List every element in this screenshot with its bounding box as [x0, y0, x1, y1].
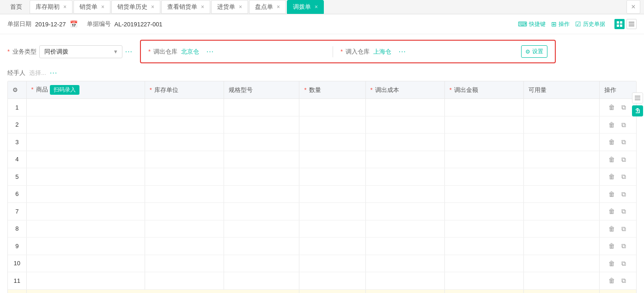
form-body: * 业务类型 同价调拨 ▾ ··· * 调出仓库 北京仓 [0, 34, 644, 293]
tab-close-stocktake[interactable]: × [277, 4, 280, 10]
delete-btn[interactable]: 🗑 [607, 171, 617, 182]
tab-purchase-order[interactable]: 进货单 × [211, 0, 248, 14]
warehouse-in-more-btn[interactable]: ··· [399, 48, 406, 56]
business-type-value: 同价调拨 [44, 48, 68, 56]
row-product[interactable] [26, 116, 145, 134]
copy-btn[interactable]: ⧉ [619, 154, 629, 165]
row-spec [224, 116, 299, 134]
table-row: 2 🗑 ⧉ [8, 116, 636, 134]
row-cost [365, 116, 444, 134]
tab-view-sales[interactable]: 查看销货单 × [161, 0, 210, 14]
row-num: 5 [8, 168, 26, 186]
copy-btn[interactable]: ⧉ [619, 103, 629, 113]
calendar-icon[interactable]: 📅 [70, 20, 78, 28]
tab-inventory-init[interactable]: 库存期初 × [30, 0, 73, 14]
sidebar-list-btn[interactable] [632, 92, 643, 104]
copy-btn[interactable]: ⧉ [619, 137, 629, 147]
row-product[interactable] [26, 272, 145, 290]
subtotal-avail [523, 289, 599, 293]
delete-btn[interactable]: 🗑 [607, 120, 617, 130]
row-product[interactable] [26, 203, 145, 220]
row-product[interactable] [26, 185, 145, 203]
row-product[interactable] [26, 134, 145, 151]
tab-close-sales-order[interactable]: × [101, 4, 104, 10]
delete-btn[interactable]: 🗑 [607, 154, 617, 165]
tab-transfer[interactable]: 调拨单 × [287, 0, 324, 14]
svg-rect-8 [635, 98, 640, 98]
row-available [523, 99, 599, 116]
copy-btn[interactable]: ⧉ [619, 207, 629, 217]
copy-btn[interactable]: ⧉ [619, 276, 629, 286]
history-btn[interactable]: ☑ 历史单据 [575, 20, 605, 28]
person-more-btn[interactable]: ··· [50, 69, 57, 77]
row-product[interactable] [26, 99, 145, 116]
row-num: 6 [8, 185, 26, 203]
operation-btn[interactable]: ⊞ 操作 [551, 20, 570, 28]
delete-btn[interactable]: 🗑 [607, 102, 617, 112]
copy-btn[interactable]: ⧉ [619, 224, 629, 234]
settings-btn[interactable]: ⚙ 设置 [521, 45, 547, 58]
warehouse-out-more-btn[interactable]: ··· [207, 48, 214, 56]
business-type-group: * 业务类型 同价调拨 ▾ ··· [7, 45, 133, 58]
sidebar-export-btn[interactable] [632, 105, 643, 116]
delete-btn[interactable]: 🗑 [607, 241, 617, 251]
row-actions: 🗑 ⧉ [599, 116, 636, 134]
row-product[interactable] [26, 255, 145, 272]
row-actions: 🗑 ⧉ [599, 238, 636, 255]
subtotal-row: 小计 0.00 0.00 0.00 [8, 289, 636, 293]
date-field: 单据日期 2019-12-27 📅 [7, 20, 78, 28]
person-label: 经手人 [7, 69, 25, 77]
copy-btn[interactable]: ⧉ [619, 120, 629, 130]
layout-btn-1[interactable] [614, 19, 625, 29]
row-product[interactable] [26, 151, 145, 168]
tab-close-inventory-init[interactable]: × [63, 4, 67, 10]
row-num: 1 [8, 99, 26, 116]
tab-home[interactable]: 首页 [4, 0, 29, 14]
col-header-gear[interactable]: ⚙ [8, 81, 26, 99]
tab-close-transfer[interactable]: × [315, 4, 318, 10]
scan-entry-btn[interactable]: 扫码录入 [50, 85, 79, 95]
subtotal-actions [599, 289, 636, 293]
person-row: 经手人 选择... ··· [7, 69, 637, 77]
row-num: 10 [8, 255, 26, 272]
row-product[interactable] [26, 168, 145, 186]
delete-btn[interactable]: 🗑 [607, 258, 617, 269]
copy-btn[interactable]: ⧉ [619, 241, 629, 251]
delete-btn[interactable]: 🗑 [607, 206, 617, 216]
tab-close-view-sales[interactable]: × [201, 4, 204, 10]
table-row: 3 🗑 ⧉ [8, 134, 636, 151]
row-product[interactable] [26, 238, 145, 255]
business-type-select[interactable]: 同价调拨 ▾ [39, 45, 122, 58]
tab-stocktake[interactable]: 盘点单 × [249, 0, 286, 14]
tab-close-sales-history[interactable]: × [151, 4, 154, 10]
form-row-1: * 业务类型 同价调拨 ▾ ··· * 调出仓库 北京仓 [7, 40, 637, 63]
row-amount [444, 99, 523, 116]
row-product[interactable] [26, 220, 145, 238]
operation-label: 操作 [559, 20, 570, 28]
copy-btn[interactable]: ⧉ [619, 172, 629, 182]
delete-btn[interactable]: 🗑 [607, 189, 617, 199]
warehouse-out-field: * 调出仓库 北京仓 ··· [148, 48, 325, 56]
business-type-more-btn[interactable]: ··· [125, 48, 133, 56]
delete-btn[interactable]: 🗑 [607, 137, 617, 147]
data-table: ⚙ * 商品 扫码录入 * 库存单位 规格型号 * [8, 81, 636, 293]
svg-rect-3 [620, 24, 622, 27]
person-select[interactable]: 选择... [29, 69, 46, 77]
shortcut-btn[interactable]: ⌨ 快捷键 [518, 20, 546, 28]
tab-sales-history[interactable]: 销货单历史 × [111, 0, 160, 14]
copy-btn[interactable]: ⧉ [619, 258, 629, 269]
shortcut-label: 快捷键 [529, 20, 546, 28]
table-row: 6 🗑 ⧉ [8, 185, 636, 203]
tab-sales-order[interactable]: 销货单 × [73, 0, 110, 14]
tab-close-purchase-order[interactable]: × [239, 4, 242, 10]
delete-btn[interactable]: 🗑 [607, 275, 617, 286]
number-label: 单据编号 [87, 20, 111, 28]
warehouse-in-field: * 调入仓库 上海仓 ··· [340, 48, 517, 56]
delete-btn[interactable]: 🗑 [607, 224, 617, 234]
tab-bar: 首页 库存期初 × 销货单 × 销货单历史 × 查看销货单 × 进货单 × 盘点… [0, 0, 644, 14]
operation-icon: ⊞ [551, 20, 557, 28]
table-row: 7 🗑 ⧉ [8, 203, 636, 220]
col-header-actions: 操作 [599, 81, 636, 99]
copy-btn[interactable]: ⧉ [619, 189, 629, 199]
subtotal-qty: 0.00 [299, 289, 365, 293]
